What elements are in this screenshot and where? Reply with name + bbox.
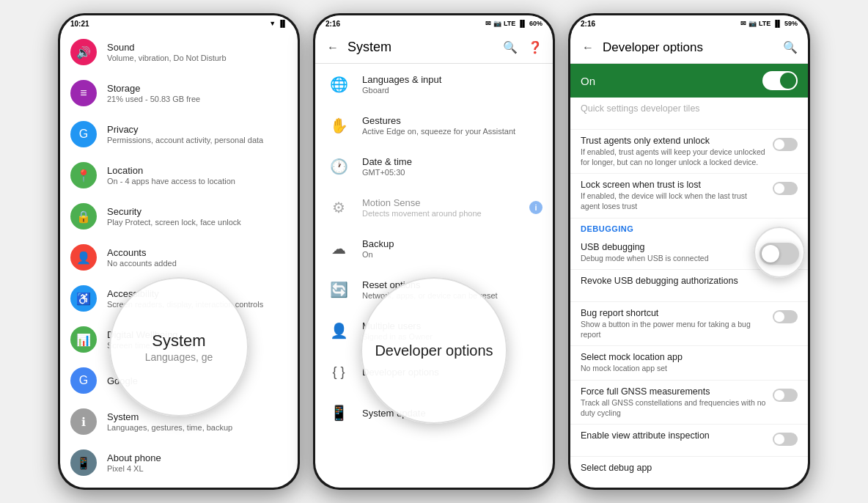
lte-label-3: LTE [759,20,770,27]
help-button-2[interactable]: ❓ [526,39,544,56]
dev-item-trust-agents-text: Trust agents only extend unlock If enabl… [581,136,767,167]
setting-accounts[interactable]: 👤 Accounts No accounts added [60,237,298,278]
setting-motion-sense-title: Motion Sense [362,197,529,208]
dev-item-bug-report[interactable]: Bug report shortcut Show a button in the… [570,302,808,346]
setting-motion-sense-text: Motion Sense Detects movement around pho… [362,197,529,218]
dev-item-gnss[interactable]: Force full GNSS measurements Track all G… [570,381,808,425]
dev-on-toggle[interactable] [762,71,798,90]
setting-gestures-subtitle: Active Edge on, squeeze for your Assista… [362,127,542,136]
dev-item-lock-screen-subtitle: If enabled, the device will lock when th… [581,191,767,211]
sound-icon: 🔊 [70,39,97,65]
status-icons-1: ▼ ▐▌ [269,20,287,27]
phone-3: 2:16 ✉ 📷 LTE ▐▌ 59% ← Developer options … [568,13,810,490]
about-phone-icon: 📱 [70,449,97,476]
setting-sound-subtitle: Volume, vibration, Do Not Disturb [107,54,287,62]
settings-list-1: 🔊 Sound Volume, vibration, Do Not Distur… [60,32,298,488]
dev-item-gnss-title: Force full GNSS measurements [581,386,767,397]
dev-item-debug-app[interactable]: Select debug app [570,457,808,488]
setting-about-phone[interactable]: 📱 About phone Pixel 4 XL [60,442,298,483]
system-icon: ℹ [70,408,97,435]
setting-gestures-text: Gestures Active Edge on, squeeze for you… [362,115,542,136]
back-button-2[interactable]: ← [324,39,342,56]
dev-item-lock-screen[interactable]: Lock screen when trust is lost If enable… [570,174,808,218]
google-icon: G [70,367,97,394]
dev-item-debug-app-title: Select debug app [581,463,798,473]
setting-location-subtitle: On - 4 apps have access to location [107,177,287,186]
setting-languages-text: Languages & input Gboard [362,74,542,95]
info-badge: i [529,201,542,214]
dev-item-quick-tiles[interactable]: Quick settings developer tiles [570,98,808,130]
datetime-icon: 🕐 [326,153,352,180]
setting-backup-title: Backup [362,238,542,249]
view-attribute-toggle[interactable] [773,433,798,446]
setting-storage-text: Storage 21% used - 50.83 GB free [107,83,287,103]
status-time-1: 10:21 [70,20,89,28]
setting-security-subtitle: Play Protect, screen lock, face unlock [107,218,287,227]
dev-item-view-attribute-text: Enable view attribute inspection [581,430,767,441]
storage-icon: ≡ [70,80,97,106]
usb-debugging-toggle[interactable] [760,243,799,265]
dev-item-view-attribute[interactable]: Enable view attribute inspection [570,425,808,457]
setting-backup-subtitle: On [362,250,542,259]
dev-item-trust-agents[interactable]: Trust agents only extend unlock If enabl… [570,130,808,174]
setting-security[interactable]: 🔒 Security Play Protect, screen lock, fa… [60,196,298,237]
setting-location-title: Location [107,165,287,176]
setting-about-phone-text: About phone Pixel 4 XL [107,452,287,473]
search-button-3[interactable]: 🔍 [781,39,799,56]
dev-item-mock-location[interactable]: Select mock location app No mock locatio… [570,346,808,381]
location-icon: 📍 [70,162,97,188]
gestures-icon: ✋ [326,112,352,139]
back-button-3[interactable]: ← [579,39,597,56]
setting-motion-sense-subtitle: Detects movement around phone [362,209,529,218]
phone-1: 10:21 ▼ ▐▌ 🔊 Sound Volume, vibration, Do… [58,13,300,490]
dev-item-quick-tiles-title: Quick settings developer tiles [581,103,798,114]
trust-agents-toggle[interactable] [773,138,798,151]
setting-about-phone-title: About phone [107,452,287,463]
setting-accounts-title: Accounts [107,247,287,258]
phone-icon: 📷 [493,20,501,27]
setting-accounts-text: Accounts No accounts added [107,247,287,268]
setting-system-text: System Languages, gestures, time, backup [107,411,287,432]
setting-languages-subtitle: Gboard [362,86,542,95]
setting-privacy[interactable]: G Privacy Permissions, account activity,… [60,114,298,155]
lock-screen-toggle[interactable] [773,182,798,195]
setting-privacy-title: Privacy [107,124,287,135]
phone-3-screen: 2:16 ✉ 📷 LTE ▐▌ 59% ← Developer options … [570,15,808,488]
setting-gestures[interactable]: ✋ Gestures Active Edge on, squeeze for y… [315,105,553,146]
setting-backup[interactable]: ☁ Backup On [315,228,553,269]
setting-security-title: Security [107,206,287,217]
gnss-toggle[interactable] [773,389,798,402]
setting-location[interactable]: 📍 Location On - 4 apps have access to lo… [60,155,298,196]
setting-about-phone-subtitle: Pixel 4 XL [107,464,287,473]
status-icons-2: ✉ 📷 LTE ▐▌ 60% [485,20,542,27]
dev-on-bar: On [570,64,808,98]
setting-languages[interactable]: 🌐 Languages & input Gboard [315,64,553,105]
status-bar-2: 2:16 ✉ 📷 LTE ▐▌ 60% [315,15,553,32]
dev-item-lock-screen-title: Lock screen when trust is lost [581,180,767,190]
status-bar-3: 2:16 ✉ 📷 LTE ▐▌ 59% [570,15,808,32]
phone-2: 2:16 ✉ 📷 LTE ▐▌ 60% ← System 🔍 ❓ 🌐 Langu [313,13,555,490]
bug-report-toggle[interactable] [773,310,798,323]
usb-debug-toggle-container [754,227,805,278]
setting-privacy-subtitle: Permissions, account activity, personal … [107,136,287,144]
toolbar-icons-2: 🔍 ❓ [501,39,544,56]
setting-datetime-text: Date & time GMT+05:30 [362,156,542,177]
setting-storage[interactable]: ≡ Storage 21% used - 50.83 GB free [60,73,298,114]
circle-subtext-system: Languages, ge [145,351,213,363]
signal-icon-3: ▐▌ [773,20,782,27]
digital-wellbeing-icon: 📊 [70,326,97,353]
accessibility-icon: ♿ [70,285,97,312]
dev-item-usb-debugging[interactable]: USB debugging Debug mode when USB is con… [570,236,808,271]
lte-label: LTE [504,20,515,27]
setting-sound[interactable]: 🔊 Sound Volume, vibration, Do Not Distur… [60,32,298,73]
setting-storage-subtitle: 21% used - 50.83 GB free [107,95,287,103]
dev-item-trust-agents-subtitle: If enabled, trust agents will keep your … [581,147,767,167]
multiple-users-icon: 👤 [326,317,352,344]
security-icon: 🔒 [70,203,97,230]
search-button-2[interactable]: 🔍 [501,39,519,56]
backup-icon: ☁ [326,235,352,262]
setting-datetime[interactable]: 🕐 Date & time GMT+05:30 [315,146,553,187]
motion-sense-icon: ⚙ [326,194,352,221]
setting-motion-sense[interactable]: ⚙ Motion Sense Detects movement around p… [315,187,553,228]
setting-tips[interactable]: ? Tips & support Help articles, phone & … [60,483,298,488]
